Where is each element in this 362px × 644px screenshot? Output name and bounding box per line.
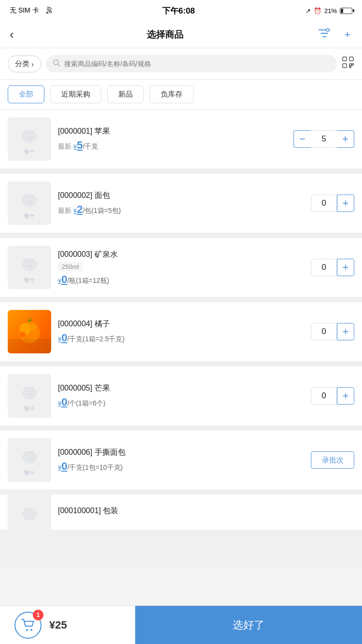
svg-point-16	[31, 134, 33, 136]
filter-bar: 分类 ›	[0, 48, 362, 80]
status-bar: 无 SIM 卡 下午6:08 ↗ ⏰ 21%	[0, 0, 362, 21]
search-box	[46, 55, 337, 72]
increase-button[interactable]: +	[337, 323, 354, 340]
search-input[interactable]	[64, 60, 330, 68]
svg-point-41	[22, 507, 37, 520]
nav-bar: ‹ 选择商品 +	[0, 21, 362, 48]
product-image: 智十	[8, 117, 51, 161]
increase-button[interactable]: +	[337, 195, 354, 212]
svg-point-21	[31, 198, 33, 200]
product-name: [0000003] 矿泉水	[58, 250, 304, 260]
batch-button[interactable]: 录批次	[311, 451, 354, 469]
svg-point-34	[26, 391, 28, 392]
quantity-input[interactable]	[311, 130, 337, 148]
product-info: [0000005] 芒果 ¥0/个(1箱=6个)	[58, 383, 304, 408]
product-info: [0000001] 苹果 最新 ¥5/千克	[58, 126, 287, 152]
product-price: 最新 ¥2/包(1袋=5包)	[58, 203, 304, 216]
product-spec: 250ml	[58, 262, 83, 271]
nav-actions: +	[316, 26, 352, 43]
price-unit: /包(1袋=5包)	[83, 207, 121, 214]
svg-rect-9	[349, 64, 351, 66]
quantity-input[interactable]	[311, 387, 337, 405]
svg-point-46	[26, 629, 28, 631]
list-item: 智十 [0000003] 矿泉水 250ml ¥0/瓶(1箱=12瓶) +	[0, 238, 362, 297]
placeholder-logo: 智十	[17, 123, 42, 155]
battery-percent: 21%	[324, 7, 337, 14]
tab-all[interactable]: 全部	[8, 85, 44, 103]
back-button[interactable]: ‹	[10, 27, 14, 42]
tab-bar: 全部 近期采购 新品 负库存	[0, 80, 362, 110]
svg-point-31	[22, 387, 37, 400]
quantity-input[interactable]	[311, 195, 337, 212]
increase-button[interactable]: +	[337, 387, 354, 405]
increase-button[interactable]: +	[337, 130, 354, 148]
product-price: 最新 ¥5/千克	[58, 139, 287, 152]
list-item: 智十 [0000005] 芒果 ¥0/个(1箱=6个) +	[0, 366, 362, 425]
list-item: [000100001] 包装	[0, 495, 362, 530]
placeholder-logo: 智十	[17, 187, 42, 220]
quantity-input[interactable]	[311, 259, 337, 276]
tab-new[interactable]: 新品	[107, 85, 144, 103]
placeholder-logo: 智十	[17, 379, 42, 412]
decrease-button[interactable]: −	[293, 130, 311, 148]
placeholder-logo	[17, 500, 42, 524]
product-price: ¥0/千克(1箱=2.5千克)	[58, 332, 304, 344]
cart-icon	[21, 618, 35, 632]
svg-point-25	[26, 262, 28, 264]
battery-icon	[340, 8, 352, 14]
product-name: [0000006] 手撕面包	[58, 448, 304, 458]
quantity-control: +	[311, 195, 354, 212]
tab-recent[interactable]: 近期采购	[50, 85, 101, 103]
product-info: [000100001] 包装	[58, 506, 354, 518]
quantity-control: − +	[293, 130, 354, 148]
product-name: [0000004] 橘子	[58, 319, 304, 329]
quantity-input[interactable]	[311, 323, 337, 340]
svg-point-39	[26, 455, 28, 457]
product-info: [0000002] 面包 最新 ¥2/包(1袋=5包)	[58, 191, 304, 216]
placeholder-logo: 智十	[17, 444, 42, 476]
svg-point-26	[31, 262, 33, 264]
status-right: ↗ ⏰ 21%	[306, 7, 352, 14]
product-image: 智十	[8, 374, 51, 418]
wifi-icon	[43, 7, 52, 15]
product-name: [0000002] 面包	[58, 191, 304, 201]
scan-button[interactable]	[342, 56, 354, 71]
latest-label: 最新	[58, 142, 73, 150]
product-name: [0000005] 芒果	[58, 383, 304, 393]
product-image	[8, 310, 51, 353]
cart-badge: 1	[33, 610, 43, 620]
product-image	[8, 495, 51, 530]
confirm-button[interactable]: 选好了	[135, 606, 362, 644]
tab-negative[interactable]: 负库存	[150, 85, 194, 103]
svg-point-17	[22, 194, 37, 207]
svg-rect-8	[343, 64, 347, 68]
increase-button[interactable]: +	[337, 259, 354, 276]
filter-button[interactable]	[316, 26, 333, 43]
page-title: 选择商品	[147, 28, 183, 41]
quantity-control: +	[311, 323, 354, 340]
product-info: [0000004] 橘子 ¥0/千克(1箱=2.5千克)	[58, 319, 304, 344]
latest-label: 最新	[58, 207, 73, 214]
cart-total: ¥25	[49, 619, 67, 631]
price-unit: /瓶(1箱=12瓶)	[67, 277, 109, 284]
category-button[interactable]: 分类 ›	[8, 56, 41, 72]
svg-rect-7	[349, 57, 353, 61]
price-value: 2	[77, 203, 83, 215]
product-price: ¥0/瓶(1箱=12瓶)	[58, 273, 304, 286]
cart-icon-wrap: 1	[14, 612, 42, 639]
add-button[interactable]: +	[342, 27, 352, 43]
placeholder-logo: 智十	[17, 251, 42, 284]
svg-line-5	[58, 64, 60, 66]
svg-point-40	[31, 455, 33, 457]
price-value: 0	[61, 460, 67, 472]
svg-point-15	[26, 134, 28, 136]
cart-section: 1 ¥25	[0, 612, 135, 639]
list-item: 智十 [0000001] 苹果 最新 ¥5/千克 − +	[0, 110, 362, 168]
svg-point-45	[31, 511, 33, 513]
status-time: 下午6:08	[162, 5, 195, 16]
product-image: 智十	[8, 438, 51, 482]
location-icon: ↗	[306, 7, 311, 14]
list-item: [0000004] 橘子 ¥0/千克(1箱=2.5千克) +	[0, 302, 362, 361]
svg-point-47	[30, 629, 32, 631]
price-unit: /个(1箱=6个)	[67, 399, 105, 407]
